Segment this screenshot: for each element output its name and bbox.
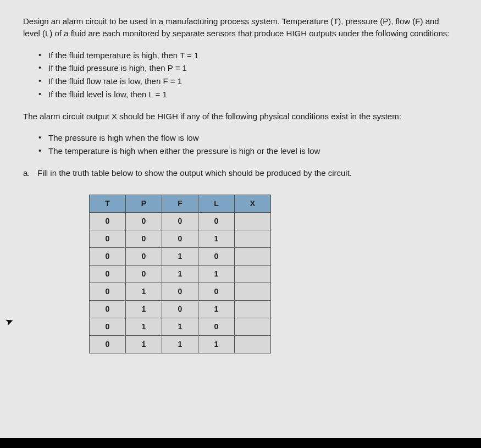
alarm-conditions-list: The pressure is high when the flow is lo… — [38, 132, 458, 157]
table-body: 0 0 0 0 0 0 0 1 0 0 1 0 0 0 — [90, 212, 271, 353]
table-row: 0 1 0 1 — [90, 300, 271, 318]
truth-table: T P F L X 0 0 0 0 0 0 0 1 — [89, 195, 271, 353]
table-row: 0 0 1 1 — [90, 265, 271, 283]
cell: 1 — [126, 300, 162, 318]
alarm-condition-item: The temperature is high when either the … — [38, 145, 458, 157]
cell: 0 — [90, 247, 126, 265]
cell-x — [235, 230, 271, 247]
condition-item: If the fluid level is low, then L = 1 — [38, 89, 458, 101]
table-row: 0 1 1 0 — [90, 318, 271, 335]
cell: 0 — [126, 247, 162, 265]
cell: 1 — [162, 318, 198, 335]
cell: 1 — [162, 247, 198, 265]
cell: 0 — [90, 212, 126, 230]
cell: 1 — [126, 283, 162, 300]
table-row: 0 0 0 0 — [90, 212, 271, 230]
cell: 0 — [90, 318, 126, 335]
cell: 0 — [198, 283, 235, 300]
header-f: F — [162, 195, 198, 212]
cell: 0 — [198, 212, 235, 230]
cell: 0 — [90, 335, 126, 353]
truth-table-wrap: T P F L X 0 0 0 0 0 0 0 1 — [89, 195, 458, 353]
cell: 0 — [90, 300, 126, 318]
cell-x — [235, 300, 271, 318]
cell: 1 — [126, 318, 162, 335]
task-item: a. Fill in the truth table below to show… — [23, 167, 458, 179]
table-row: 0 0 1 0 — [90, 247, 271, 265]
cell-x — [235, 247, 271, 265]
table-row: 0 1 0 0 — [90, 283, 271, 300]
cell: 1 — [162, 335, 198, 353]
sensor-conditions-list: If the fluid temperature is high, then T… — [38, 49, 458, 101]
alarm-condition-item: The pressure is high when the flow is lo… — [38, 132, 458, 144]
cell: 0 — [90, 265, 126, 283]
cell: 0 — [90, 230, 126, 247]
cell: 1 — [198, 300, 235, 318]
cell: 1 — [198, 265, 235, 283]
cell: 0 — [126, 230, 162, 247]
table-row: 0 1 1 1 — [90, 335, 271, 353]
cell-x — [235, 335, 271, 353]
intro-paragraph: Design an alarm circuit to be used in a … — [23, 15, 458, 40]
cell: 0 — [198, 318, 235, 335]
cell-x — [235, 283, 271, 300]
cell: 0 — [162, 230, 198, 247]
cell: 0 — [162, 300, 198, 318]
header-p: P — [126, 195, 162, 212]
condition-item: If the fluid temperature is high, then T… — [38, 49, 458, 62]
header-t: T — [90, 195, 126, 212]
cell: 0 — [126, 212, 162, 230]
task-text: Fill in the truth table below to show th… — [37, 167, 458, 179]
task-letter: a. — [23, 167, 37, 179]
cell-x — [235, 318, 271, 335]
alarm-intro-paragraph: The alarm circuit output X should be HIG… — [23, 110, 458, 123]
cell-x — [235, 265, 271, 283]
cell: 1 — [162, 265, 198, 283]
table-header-row: T P F L X — [90, 195, 271, 212]
cell-x — [235, 212, 271, 230]
header-x: X — [235, 195, 271, 212]
cell: 1 — [198, 230, 235, 247]
cursor-icon: ➤ — [3, 313, 16, 330]
table-row: 0 0 0 1 — [90, 230, 271, 247]
cell: 0 — [126, 265, 162, 283]
condition-item: If the fluid flow rate is low, then F = … — [38, 75, 458, 87]
cell: 0 — [90, 283, 126, 300]
cell: 1 — [126, 335, 162, 353]
cell: 0 — [162, 212, 198, 230]
bottom-bar — [0, 438, 481, 448]
cell: 0 — [162, 283, 198, 300]
cell: 1 — [198, 335, 235, 353]
header-l: L — [198, 195, 235, 212]
condition-item: If the fluid pressure is high, then P = … — [38, 62, 458, 74]
cell: 0 — [198, 247, 235, 265]
